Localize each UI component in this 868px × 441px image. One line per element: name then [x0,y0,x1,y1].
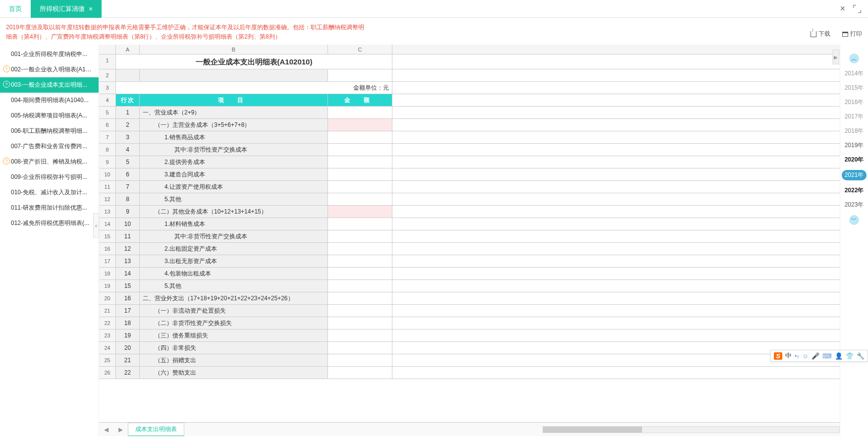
ime-user-icon[interactable]: 👤 [835,352,843,360]
expand-year-panel-icon[interactable]: ▶ [832,50,839,64]
tab-active[interactable]: 所得税汇算清缴 × [31,0,102,18]
cell[interactable] [140,69,328,81]
row-number[interactable]: 24 [99,342,116,354]
amount-cell[interactable] [328,144,392,156]
amount-cell[interactable] [328,131,392,143]
amount-cell[interactable] [328,206,392,218]
amount-cell[interactable] [328,292,392,304]
close-panel-icon[interactable]: × [840,3,845,14]
sidebar-item[interactable]: 010-免税、减计收入及加计... [0,185,99,200]
row-number[interactable]: 26 [99,367,116,379]
row-number[interactable]: 7 [99,131,116,143]
amount-cell[interactable] [328,255,392,267]
ime-punct-icon[interactable]: •› [795,352,799,360]
col-A[interactable]: A [116,45,140,54]
download-button[interactable]: 下载 [811,30,830,38]
row-number[interactable]: 19 [99,280,116,292]
row-number[interactable]: 12 [99,193,116,205]
row-number[interactable]: 17 [99,255,116,267]
row-number[interactable]: 10 [99,168,116,180]
sidebar-item[interactable]: 012-减免所得税优惠明细表(... [0,216,99,231]
year-option[interactable]: 2016年 [845,98,864,107]
horiz-scrollbar[interactable] [542,426,840,433]
row-number[interactable]: 11 [99,181,116,193]
year-option[interactable]: 2017年 [845,112,864,121]
sidebar-item[interactable]: 011-研发费用加计扣除优惠... [0,200,99,216]
amount-cell[interactable] [328,354,392,366]
amount-cell[interactable] [328,218,392,230]
row-number[interactable]: 20 [99,292,116,304]
row-number[interactable]: 6 [99,119,116,131]
amount-cell[interactable] [328,243,392,255]
row-number[interactable]: 16 [99,243,116,255]
amount-cell[interactable] [328,342,392,354]
row-number[interactable]: 8 [99,144,116,156]
amount-cell[interactable] [328,330,392,341]
row-number[interactable]: 2 [99,69,116,81]
year-option[interactable]: 2021年 [842,170,867,180]
year-option[interactable]: 2014年 [845,69,864,78]
amount-cell[interactable] [328,317,392,329]
sidebar-item[interactable]: 009-企业所得税弥补亏损明... [0,169,99,185]
close-icon[interactable]: × [89,5,93,13]
cell[interactable] [328,69,392,81]
year-up-icon[interactable]: ︽ [849,54,859,63]
sidebar-item[interactable]: 001-企业所得税年度纳税申... [0,47,99,62]
col-C[interactable]: C [328,45,392,54]
amount-cell[interactable] [328,156,392,168]
sidebar-item[interactable]: 008-资产折旧、摊销及纳税... [0,154,99,169]
row-number[interactable]: 4 [99,94,116,106]
tab-home[interactable]: 首页 [0,0,31,18]
cell[interactable] [116,69,140,81]
year-option[interactable]: 2022年 [845,186,864,195]
grid-body[interactable]: 1一般企业成本支出明细表(A102010)23金额单位：元4行次项 目金 额51… [99,55,840,422]
amount-cell[interactable] [328,181,392,193]
row-number[interactable]: 13 [99,206,116,218]
ime-toolbar[interactable]: S 中 •› ☺ 🎤 ⌨ 👤 👕 🔧 [770,350,868,362]
amount-cell[interactable] [328,193,392,205]
year-option[interactable]: 2018年 [845,127,864,135]
sheet-nav-prev-icon[interactable]: ◀ [99,426,113,433]
year-option[interactable]: 2020年 [845,156,864,164]
col-B[interactable]: B [140,45,328,54]
sidebar-item[interactable]: 005-纳税调整项目明细表(A... [0,108,99,123]
ime-keyboard-icon[interactable]: ⌨ [822,352,832,360]
ime-skin-icon[interactable]: 👕 [846,352,854,360]
sheet-nav-next-icon[interactable]: ▶ [113,426,128,433]
sidebar-item[interactable]: 004-期间费用明细表(A1040... [0,93,99,108]
sidebar-item[interactable]: 003-一般企业成本支出明细... [0,77,99,93]
sidebar-item[interactable]: 007-广告费和业务宣传费跨... [0,139,99,154]
sidebar-item[interactable]: 006-职工薪酬纳税调整明细... [0,123,99,139]
amount-cell[interactable] [328,107,392,118]
row-number[interactable]: 15 [99,230,116,242]
fullscreen-icon[interactable] [853,5,861,13]
row-number[interactable]: 14 [99,218,116,230]
amount-cell[interactable] [328,280,392,292]
year-option[interactable]: 2023年 [845,201,864,209]
year-down-icon[interactable]: ︾ [849,215,859,225]
ime-lang[interactable]: 中 [785,351,792,360]
ime-mic-icon[interactable]: 🎤 [812,352,819,360]
row-number[interactable]: 25 [99,354,116,366]
amount-cell[interactable] [328,268,392,279]
amount-cell[interactable] [328,119,392,131]
row-number[interactable]: 18 [99,268,116,279]
row-number[interactable]: 23 [99,330,116,341]
year-option[interactable]: 2019年 [845,141,864,150]
row-number[interactable]: 9 [99,156,116,168]
amount-cell[interactable] [328,367,392,379]
row-number[interactable]: 5 [99,107,116,118]
year-option[interactable]: 2015年 [845,84,864,92]
row-number[interactable]: 22 [99,317,116,329]
print-button[interactable]: 打印 [842,30,862,38]
amount-cell[interactable] [328,230,392,242]
row-number[interactable]: 3 [99,82,116,94]
amount-cell[interactable] [328,168,392,180]
sidebar-item[interactable]: 002-一般企业收入明细表(A10... [0,62,99,77]
amount-cell[interactable] [328,305,392,317]
sheet-tab[interactable]: 成本支出明细表 [128,423,184,437]
row-number[interactable]: 1 [99,55,116,69]
ime-emoji-icon[interactable]: ☺ [802,352,809,360]
ime-tool-icon[interactable]: 🔧 [857,352,865,360]
collapse-sidebar-icon[interactable]: « [93,213,99,238]
